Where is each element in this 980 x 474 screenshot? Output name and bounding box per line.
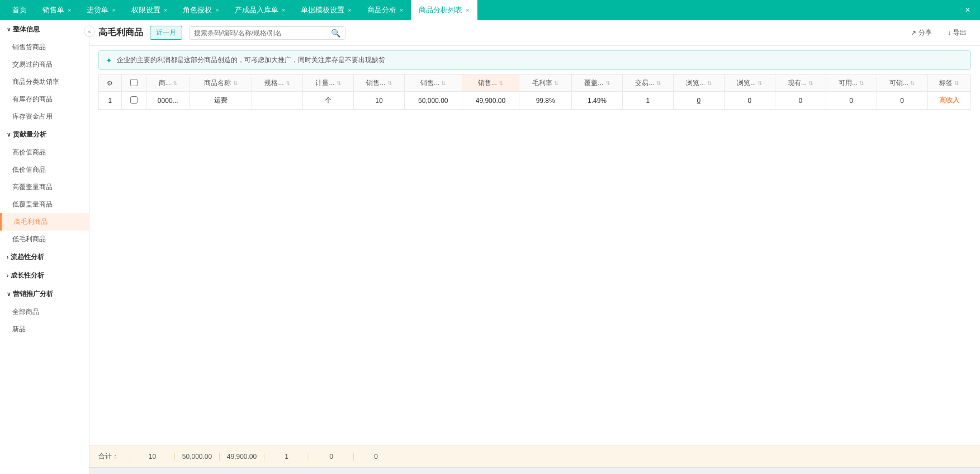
col-sales-qty[interactable]: 销售... ⇅ <box>354 75 405 92</box>
select-all-checkbox[interactable] <box>130 79 138 86</box>
row-sales-amount: 50,000.00 <box>404 92 462 110</box>
chevron-down-icon: ∨ <box>7 132 11 138</box>
sidebar-item-all-goods[interactable]: 全部商品 <box>0 303 89 321</box>
horizontal-scrollbar[interactable] <box>89 467 980 474</box>
close-icon[interactable]: × <box>282 7 285 13</box>
sidebar-item-high-coverage[interactable]: 高覆盖量商品 <box>0 179 89 196</box>
sort-icon: ⇅ <box>758 80 762 86</box>
nav-product-analysis[interactable]: 商品分析 × <box>359 0 411 20</box>
col-code-label: 商... <box>159 79 171 87</box>
col-stock-available[interactable]: 可用... ⇅ <box>826 75 877 92</box>
row-code: 0000... <box>146 92 190 110</box>
sidebar-section-marketing[interactable]: ∨ 营销推广分析 <box>0 285 89 303</box>
sidebar-section-overall[interactable]: ∨ 整体信息 <box>0 20 89 39</box>
col-coverage[interactable]: 覆盖... ⇅ <box>572 75 623 92</box>
col-sales-profit[interactable]: 销售... ⇅ <box>462 75 519 92</box>
sidebar-item-stock-capital[interactable]: 库存资金占用 <box>0 108 89 125</box>
row-unit: 个 <box>303 92 354 110</box>
top-nav: 首页 销售单 × 进货单 × 权限设置 × 角色授权 × 产成品入库单 × 单据… <box>0 0 980 20</box>
col-views2[interactable]: 浏览... ⇅ <box>724 75 775 92</box>
total-trade: 1 <box>264 453 309 461</box>
sidebar-item-in-stock[interactable]: 有库存的商品 <box>0 91 89 108</box>
sidebar-item-category-rate[interactable]: 商品分类助销率 <box>0 73 89 91</box>
sidebar-item-high-value[interactable]: 高价值商品 <box>0 144 89 161</box>
row-checkbox[interactable] <box>121 92 146 110</box>
nav-product-in[interactable]: 产成品入库单 × <box>227 0 293 20</box>
total-sales-qty: 10 <box>130 453 174 461</box>
window-close-button[interactable]: × <box>960 2 976 18</box>
col-settings[interactable]: ⚙ <box>99 75 122 92</box>
col-sales-amount[interactable]: 销售... ⇅ <box>404 75 462 92</box>
sidebar-section-growth[interactable]: › 成长性分析 <box>0 266 89 285</box>
share-button[interactable]: ↗ 分享 <box>906 26 936 40</box>
col-spec[interactable]: 规格... ⇅ <box>252 75 303 92</box>
row-sales-qty: 10 <box>354 92 405 110</box>
sort-icon: ⇅ <box>233 80 238 86</box>
sort-icon: ⇅ <box>808 80 813 86</box>
sidebar-section-contribution[interactable]: ∨ 贡献量分析 <box>0 125 89 144</box>
nav-permission[interactable]: 权限设置 × <box>124 0 175 20</box>
page-title: 高毛利商品 <box>98 27 143 39</box>
sidebar-collapse-button[interactable]: « <box>84 26 95 37</box>
col-checkbox[interactable] <box>121 75 146 92</box>
time-filter-button[interactable]: 近一月 <box>150 26 182 40</box>
close-icon[interactable]: × <box>400 7 403 13</box>
row-coverage: 1.49% <box>572 92 623 110</box>
sidebar-section-trend[interactable]: › 流趋性分析 <box>0 248 89 266</box>
sidebar-wrapper: ∨ 整体信息 销售货商品 交易过的商品 商品分类助销率 有库存的商品 库存资金占… <box>0 20 89 474</box>
row-select-checkbox[interactable] <box>130 96 138 104</box>
col-unit[interactable]: 计量... ⇅ <box>303 75 354 92</box>
info-banner: ✦ 企业的主要的利润都是这部分商品创造的，可考虑加大推广，同时关注库存是不要出现… <box>98 50 971 70</box>
search-input[interactable] <box>194 29 329 37</box>
chevron-down-icon: ∨ <box>7 291 11 297</box>
total-sales-amount: 50,000.00 <box>174 453 219 461</box>
sidebar-item-traded-goods[interactable]: 交易过的商品 <box>0 56 89 73</box>
header-actions: ↗ 分享 ↓ 导出 <box>906 26 971 40</box>
nav-product-analysis-list[interactable]: 商品分析列表 × <box>411 0 477 20</box>
export-button[interactable]: ↓ 导出 <box>943 26 971 40</box>
close-icon[interactable]: × <box>68 7 71 13</box>
col-gross-margin[interactable]: 毛利率 ⇅ <box>519 75 572 92</box>
close-icon[interactable]: × <box>164 7 167 13</box>
sidebar-item-new-goods[interactable]: 新品 <box>0 321 89 338</box>
sort-icon: ⇅ <box>173 80 177 86</box>
sidebar-item-high-margin[interactable]: 高毛利商品 <box>0 213 89 231</box>
nav-template[interactable]: 单据模板设置 × <box>293 0 359 20</box>
content-header: 高毛利商品 近一月 🔍 ↗ 分享 ↓ 导出 <box>89 20 980 46</box>
share-icon: ↗ <box>911 29 916 37</box>
col-code[interactable]: 商... ⇅ <box>146 75 190 92</box>
sidebar-item-sales-goods[interactable]: 销售货商品 <box>0 39 89 56</box>
col-trade[interactable]: 交易... ⇅ <box>623 75 674 92</box>
row-name: 运费 <box>190 92 252 110</box>
row-tag: 高收入 <box>927 92 970 110</box>
row-views1[interactable]: 0 <box>673 92 724 110</box>
export-icon: ↓ <box>948 29 951 37</box>
col-stock-sellable[interactable]: 可销... ⇅ <box>877 75 927 92</box>
nav-home[interactable]: 首页 <box>4 0 35 20</box>
close-icon[interactable]: × <box>348 7 351 13</box>
sort-icon: ⇅ <box>910 80 915 86</box>
row-spec <box>252 92 303 110</box>
sidebar-item-low-value[interactable]: 低价值商品 <box>0 161 89 179</box>
chevron-down-icon: ∨ <box>7 26 11 32</box>
nav-purchase[interactable]: 进货单 × <box>79 0 123 20</box>
col-name[interactable]: 商品名称 ⇅ <box>190 75 252 92</box>
search-icon[interactable]: 🔍 <box>331 29 340 37</box>
sort-icon: ⇅ <box>554 80 558 86</box>
nav-role[interactable]: 角色授权 × <box>175 0 226 20</box>
col-tag[interactable]: 标签 ⇅ <box>927 75 970 92</box>
sort-icon: ⇅ <box>337 80 341 86</box>
row-views2: 0 <box>724 92 775 110</box>
nav-sales[interactable]: 销售单 × <box>35 0 79 20</box>
sidebar-item-low-coverage[interactable]: 低覆盖量商品 <box>0 196 89 213</box>
sort-icon: ⇅ <box>605 80 610 86</box>
col-views1[interactable]: 浏览... ⇅ <box>673 75 724 92</box>
close-icon[interactable]: × <box>112 7 115 13</box>
col-stock-current[interactable]: 现有... ⇅ <box>775 75 826 92</box>
sort-icon: ⇅ <box>387 80 392 86</box>
close-icon[interactable]: × <box>215 7 219 13</box>
sidebar-item-low-margin[interactable]: 低毛利商品 <box>0 231 89 248</box>
main-layout: ∨ 整体信息 销售货商品 交易过的商品 商品分类助销率 有库存的商品 库存资金占… <box>0 20 980 474</box>
content-area: 高毛利商品 近一月 🔍 ↗ 分享 ↓ 导出 ✦ 企业的主要的利润都是这部分商品创… <box>89 20 980 474</box>
close-icon[interactable]: × <box>466 7 469 13</box>
